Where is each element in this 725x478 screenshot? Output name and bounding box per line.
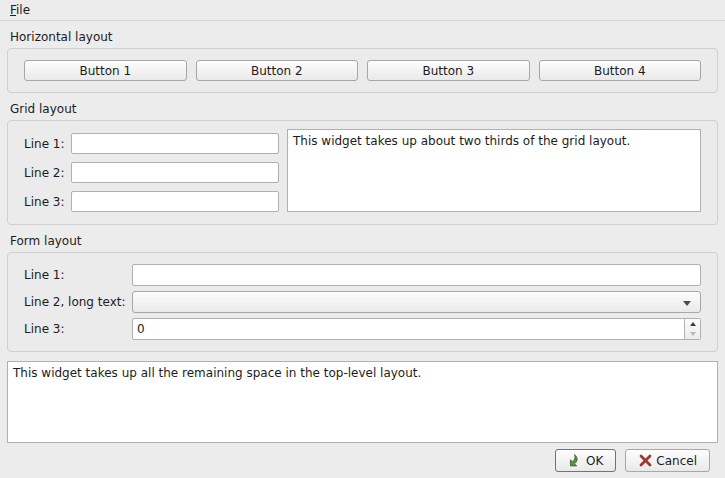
menubar: File xyxy=(0,0,725,21)
ok-button-label: OK xyxy=(586,454,603,468)
spinbox-down-button[interactable] xyxy=(685,329,700,339)
grid-line3-label: Line 3: xyxy=(24,195,63,209)
cancel-button[interactable]: Cancel xyxy=(625,449,710,472)
group-title-horizontal-layout: Horizontal layout xyxy=(10,30,715,44)
arrow-up-icon xyxy=(690,322,696,326)
group-title-grid-layout: Grid layout xyxy=(10,102,715,116)
form-line2-combobox[interactable] xyxy=(132,291,701,313)
form-line1-label: Line 1: xyxy=(24,268,124,282)
spinbox-input[interactable] xyxy=(132,318,701,340)
dialog-button-box: OK Cancel xyxy=(0,449,710,472)
red-cross-icon xyxy=(638,453,653,468)
form-line1-input[interactable] xyxy=(132,264,701,286)
menu-file-label: ile xyxy=(16,3,30,17)
bottom-text-edit[interactable]: This widget takes up all the remaining s… xyxy=(7,361,718,443)
button-2[interactable]: Button 2 xyxy=(196,60,359,81)
grid-line2-input[interactable] xyxy=(71,162,279,183)
button-3[interactable]: Button 3 xyxy=(367,60,530,81)
grid-line1-label: Line 1: xyxy=(24,137,63,151)
group-title-form-layout: Form layout xyxy=(10,234,715,248)
group-grid-layout: Line 1: This widget takes up about two t… xyxy=(7,120,718,225)
grid-text-edit[interactable]: This widget takes up about two thirds of… xyxy=(287,129,701,212)
button-4[interactable]: Button 4 xyxy=(539,60,702,81)
chevron-down-icon xyxy=(683,301,691,306)
button-1[interactable]: Button 1 xyxy=(24,60,187,81)
spinbox-up-button[interactable] xyxy=(685,319,700,329)
spinbox-buttons xyxy=(684,319,700,339)
cancel-button-label: Cancel xyxy=(656,454,697,468)
grid-line1-input[interactable] xyxy=(71,133,279,154)
ok-button[interactable]: OK xyxy=(555,449,616,472)
grid-line3-input[interactable] xyxy=(71,191,279,212)
arrow-down-icon xyxy=(690,332,696,336)
form-line2-label: Line 2, long text: xyxy=(24,295,124,309)
form-line3-label: Line 3: xyxy=(24,322,124,336)
form-line3-spinbox xyxy=(132,318,701,340)
group-form-layout: Line 1: Line 2, long text: Line 3: xyxy=(7,252,718,352)
group-horizontal-layout: Button 1 Button 2 Button 3 Button 4 xyxy=(7,48,718,93)
grid-line2-label: Line 2: xyxy=(24,166,63,180)
green-arrow-icon xyxy=(568,453,583,468)
menu-file[interactable]: File xyxy=(0,1,40,19)
